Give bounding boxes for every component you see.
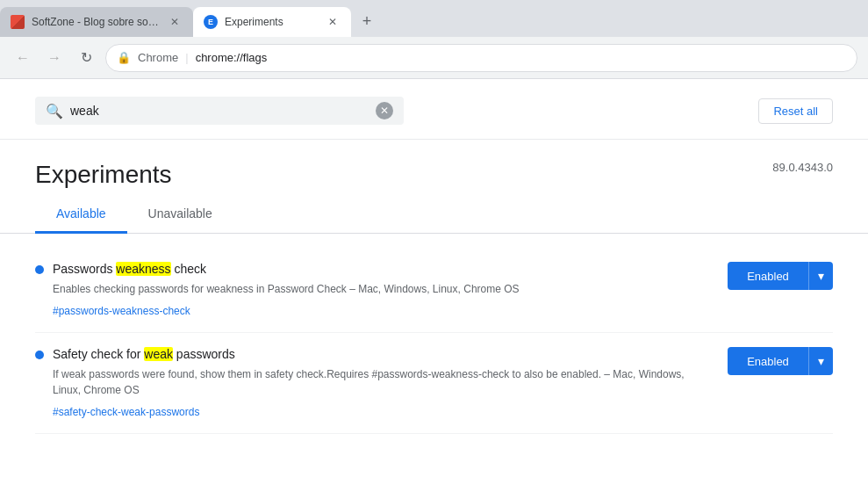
experiment-left-2: Safety check for weak passwords If weak … bbox=[35, 347, 707, 419]
forward-button[interactable]: → bbox=[42, 46, 67, 70]
omnibox[interactable]: 🔒 Chrome | chrome://flags bbox=[105, 44, 857, 72]
address-bar: ← → ↻ 🔒 Chrome | chrome://flags bbox=[0, 37, 868, 79]
new-tab-button[interactable]: + bbox=[355, 9, 379, 33]
experiment-desc-1: Enables checking passwords for weakness … bbox=[53, 281, 707, 297]
page-title: Experiments bbox=[35, 161, 172, 189]
tabs-row: Available Unavailable bbox=[0, 196, 868, 234]
experiment-dropdown-1[interactable]: Enabled ▾ bbox=[728, 262, 833, 290]
experiments-list: Passwords weakness check Enables checkin… bbox=[0, 234, 868, 448]
experiment-info-1: Passwords weakness check Enables checkin… bbox=[53, 262, 707, 318]
tab-experiments-title: Experiments bbox=[225, 16, 318, 28]
tab-softzone-title: SoftZone - Blog sobre software, bbox=[32, 16, 160, 28]
experiment-status-2: Enabled bbox=[728, 348, 808, 375]
experiment-dot-2 bbox=[35, 351, 44, 359]
omnibox-separator: | bbox=[185, 51, 188, 64]
favicon-experiments: E bbox=[204, 15, 218, 29]
exp-name-after-1: check bbox=[171, 262, 206, 276]
experiment-status-1: Enabled bbox=[728, 263, 808, 290]
search-clear-button[interactable]: ✕ bbox=[376, 102, 393, 119]
search-icon: 🔍 bbox=[46, 103, 63, 119]
experiment-left-1: Passwords weakness check Enables checkin… bbox=[35, 262, 707, 318]
tab-available[interactable]: Available bbox=[35, 196, 127, 234]
reload-button[interactable]: ↻ bbox=[74, 46, 98, 70]
dropdown-chevron-1: ▾ bbox=[808, 262, 833, 290]
experiments-header: Experiments 89.0.4343.0 bbox=[0, 140, 868, 189]
search-area: 🔍 ✕ Reset all bbox=[0, 79, 868, 140]
exp-name-highlight-1: weakness bbox=[116, 262, 170, 276]
experiment-link-2[interactable]: #safety-check-weak-passwords bbox=[53, 406, 199, 418]
experiment-dropdown-2[interactable]: Enabled ▾ bbox=[728, 347, 833, 375]
tab-experiments-close[interactable]: ✕ bbox=[325, 14, 341, 30]
tab-bar: SoftZone - Blog sobre software, ✕ E Expe… bbox=[0, 0, 868, 37]
favicon-softzone bbox=[11, 15, 25, 29]
exp-name-highlight-2: weak bbox=[144, 347, 173, 361]
tab-experiments[interactable]: E Experiments ✕ bbox=[193, 7, 351, 37]
dropdown-chevron-2: ▾ bbox=[808, 347, 833, 375]
experiment-desc-2: If weak passwords were found, show them … bbox=[53, 366, 707, 398]
experiment-link-1[interactable]: #passwords-weakness-check bbox=[53, 305, 190, 317]
site-security-icon: 🔒 bbox=[117, 51, 131, 64]
page-content: 🔍 ✕ Reset all Experiments 89.0.4343.0 Av… bbox=[0, 79, 868, 499]
experiment-item-safety-check: Safety check for weak passwords If weak … bbox=[35, 333, 833, 434]
back-button[interactable]: ← bbox=[11, 46, 35, 70]
tab-unavailable[interactable]: Unavailable bbox=[127, 196, 233, 234]
omnibox-site-name: Chrome bbox=[138, 51, 178, 64]
browser-window: SoftZone - Blog sobre software, ✕ E Expe… bbox=[0, 0, 868, 499]
exp-name-before-2: Safety check for bbox=[53, 347, 144, 361]
version-label: 89.0.4343.0 bbox=[772, 161, 833, 174]
exp-name-before-1: Passwords bbox=[53, 262, 116, 276]
search-input[interactable] bbox=[70, 104, 369, 118]
experiment-name-2: Safety check for weak passwords bbox=[53, 347, 707, 361]
experiment-item-passwords-weakness: Passwords weakness check Enables checkin… bbox=[35, 248, 833, 333]
omnibox-url: chrome://flags bbox=[196, 51, 846, 64]
search-box: 🔍 ✕ bbox=[35, 97, 404, 125]
tab-softzone-close[interactable]: ✕ bbox=[167, 14, 183, 30]
exp-name-after-2: passwords bbox=[173, 347, 235, 361]
experiment-dot-1 bbox=[35, 265, 44, 274]
experiment-name-1: Passwords weakness check bbox=[53, 262, 707, 276]
tab-softzone[interactable]: SoftZone - Blog sobre software, ✕ bbox=[0, 7, 193, 37]
reset-all-button[interactable]: Reset all bbox=[758, 98, 833, 124]
experiment-info-2: Safety check for weak passwords If weak … bbox=[53, 347, 707, 419]
